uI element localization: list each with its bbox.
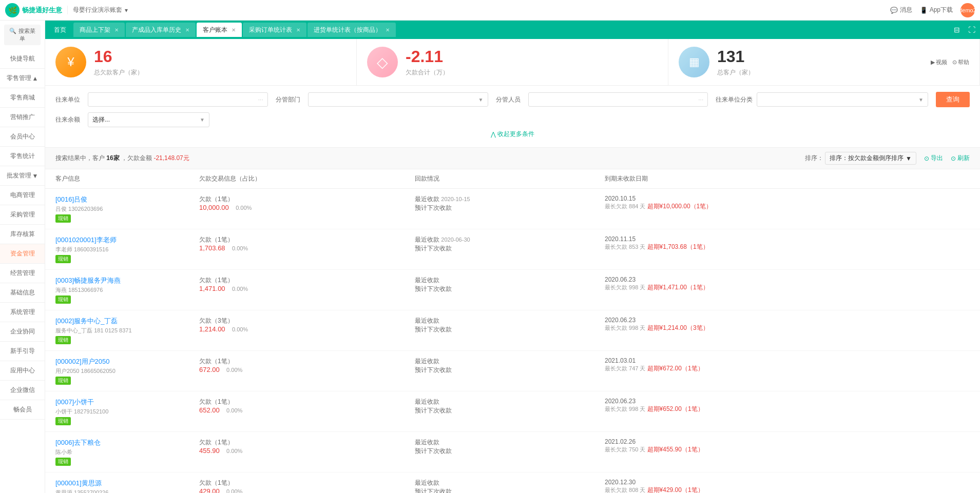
tab-close-icon[interactable]: ✕ xyxy=(386,27,390,33)
overdue-link-4[interactable]: 超期¥672.00（1笔） xyxy=(647,365,704,372)
category-arrow-icon: ▼ xyxy=(918,97,924,103)
collapse-button[interactable]: ⋀ 收起更多条件 xyxy=(491,127,534,141)
tab-product-listing[interactable]: 商品上下架 ✕ xyxy=(73,23,125,37)
last-collection-label-4: 最近收款 xyxy=(415,358,439,365)
sidebar-item-enterprise[interactable]: 企业协同 xyxy=(0,322,45,342)
tab-production-history[interactable]: 产成品入库单历史 ✕ xyxy=(126,23,196,37)
customer-name-3[interactable]: [0002]服务中心_丁磊 xyxy=(55,317,179,326)
sidebar-item-retail-mall[interactable]: 零售商城 xyxy=(0,88,45,108)
customer-name-1[interactable]: [0001020001]李老师 xyxy=(55,235,179,245)
department-arrow-icon: ▼ xyxy=(478,97,484,103)
overdue-link-0[interactable]: 超期¥10,000.00（1笔） xyxy=(647,203,713,210)
counterparty-input[interactable]: ··· xyxy=(88,92,268,107)
overdue-days-4: 最长欠款 747 天 xyxy=(605,365,647,371)
customer-name-0[interactable]: [0016]吕俊 xyxy=(55,195,179,204)
video-link[interactable]: ▶ 视频 xyxy=(931,58,947,66)
overdue-info-2: 最长欠款 998 天 超期¥1,471.00（1笔） xyxy=(605,283,970,292)
sidebar-item-wholesale[interactable]: 批发管理▼ xyxy=(0,166,45,186)
customer-name-7[interactable]: [000001]黄思源 xyxy=(55,479,179,488)
tab-expand-button[interactable]: ⛶ xyxy=(966,26,977,34)
overdue-link-5[interactable]: 超期¥652.00（1笔） xyxy=(647,405,704,412)
sort-select[interactable]: 排序：按欠款金额倒序排序 ▼ xyxy=(825,152,916,165)
person-input[interactable]: ··· xyxy=(528,92,708,107)
sidebar-item-member-plus[interactable]: 畅会员 xyxy=(0,400,45,420)
total-customers-icon: ▦ xyxy=(679,47,709,77)
export-button[interactable]: ⊙ 导出 xyxy=(924,154,943,163)
refresh-button[interactable]: ⊙ 刷新 xyxy=(951,154,970,163)
search-button[interactable]: 查询 xyxy=(936,92,970,107)
next-collection-6: 预计下次收款 xyxy=(415,447,584,456)
stat-card-debtors: ¥ 16 总欠款客户（家） xyxy=(45,39,357,85)
avatar[interactable]: demo2 xyxy=(960,3,975,17)
overdue-link-7[interactable]: 超期¥429.00（1笔） xyxy=(647,486,704,493)
sidebar-item-ecommerce[interactable]: 电商管理 xyxy=(0,186,45,205)
customer-name-4[interactable]: [000002]用户2050 xyxy=(55,357,179,366)
filter-person: 分管人员 ··· xyxy=(496,92,708,107)
tab-home[interactable]: 首页 xyxy=(48,23,72,37)
tab-close-icon[interactable]: ✕ xyxy=(114,27,119,33)
sidebar-item-purchase[interactable]: 采购管理 xyxy=(0,205,45,225)
tab-close-icon[interactable]: ✕ xyxy=(185,27,189,33)
debt-amount-row-6: 455.90 0.00% xyxy=(199,447,394,455)
app-download-button[interactable]: 📱 App下载 xyxy=(920,6,953,14)
customer-phone-4: 用户2050 18665062050 xyxy=(55,367,179,375)
top-bar-right: 💬 消息 📱 App下载 demo2 xyxy=(890,3,975,17)
sidebar-item-newbie[interactable]: 新手引导 xyxy=(0,342,45,361)
message-button[interactable]: 💬 消息 xyxy=(890,6,912,14)
customer-cell-3: [0002]服务中心_丁磊 服务中心_丁磊 181 0125 8371 现销 xyxy=(45,310,189,351)
overdue-link-6[interactable]: 超期¥455.90（1笔） xyxy=(647,446,704,453)
message-label: 消息 xyxy=(900,6,912,14)
sidebar-item-member[interactable]: 会员中心 xyxy=(0,127,45,147)
sidebar-item-system[interactable]: 系统管理 xyxy=(0,303,45,322)
tab-purchase-stats[interactable]: 采购订单统计表 ✕ xyxy=(243,23,306,37)
collection-info-0: 最近收款 2020-10-15 xyxy=(415,195,584,204)
sidebar-item-finance[interactable]: 资金管理 xyxy=(0,244,45,264)
last-collection-label-0: 最近收款 xyxy=(415,195,439,203)
sidebar-item-quick-nav[interactable]: 快捷导航 xyxy=(0,49,45,69)
sidebar-item-inventory[interactable]: 库存核算 xyxy=(0,225,45,244)
debt-amount-6: 455.90 xyxy=(199,447,220,455)
tab-purchase-product-stats[interactable]: 进货单统计表（按商品） ✕ xyxy=(308,23,396,37)
sidebar-item-marketing[interactable]: 营销推广 xyxy=(0,108,45,127)
help-icon: ⊙ xyxy=(952,59,957,66)
balance-arrow-icon: ▼ xyxy=(200,117,205,123)
store-selector[interactable]: 母婴行业演示账套 ▾ xyxy=(67,6,128,14)
sidebar-item-basic-info[interactable]: 基础信息 xyxy=(0,283,45,303)
debt-percent-3: 0.00% xyxy=(232,326,248,332)
tab-bar: 首页 商品上下架 ✕ 产成品入库单历史 ✕ 客户账本 ✕ 采购订单统计表 ✕ xyxy=(45,21,980,39)
sidebar-item-operations[interactable]: 经营管理 xyxy=(0,264,45,283)
overdue-link-1[interactable]: 超期¥1,703.68（1笔） xyxy=(647,243,709,250)
customer-name-6[interactable]: [0006]去下粮仓 xyxy=(55,438,179,447)
overdue-days-7: 最长欠款 808 天 xyxy=(605,487,647,493)
overdue-link-3[interactable]: 超期¥1,214.00（3笔） xyxy=(647,324,709,331)
customer-phone-3: 服务中心_丁磊 181 0125 8371 xyxy=(55,327,179,334)
tab-close-icon[interactable]: ✕ xyxy=(232,27,236,33)
customer-name-5[interactable]: [0007]小饼干 xyxy=(55,398,179,407)
debt-cell-1: 欠款（1笔） 1,703.68 0.00% xyxy=(189,229,405,270)
overdue-days-5: 最长欠款 998 天 xyxy=(605,406,647,412)
video-icon: ▶ xyxy=(931,59,935,66)
customer-cell-7: [000001]黄思源 黄思源 13552700226 现销 xyxy=(45,472,189,494)
search-menu-button[interactable]: 🔍 搜索菜单 xyxy=(4,25,41,45)
balance-select[interactable]: 选择... ▼ xyxy=(88,112,209,127)
tab-customer-account[interactable]: 客户账本 ✕ xyxy=(197,23,242,37)
tab-close-icon[interactable]: ✕ xyxy=(296,27,300,33)
sidebar-item-retail-stats[interactable]: 零售统计 xyxy=(0,147,45,166)
debt-amount-5: 652.00 xyxy=(199,406,220,414)
sidebar-item-enterprise-wechat[interactable]: 企业微信 xyxy=(0,381,45,400)
overdue-link-2[interactable]: 超期¥1,471.00（1笔） xyxy=(647,284,709,291)
department-select[interactable]: ▼ xyxy=(308,92,488,107)
sidebar-item-app-center[interactable]: 应用中心 xyxy=(0,361,45,381)
tab-minimize-button[interactable]: ⊟ xyxy=(952,26,962,34)
help-link[interactable]: ⊙ 帮助 xyxy=(952,58,969,66)
next-collection-label-4: 预计下次收款 xyxy=(415,366,452,373)
due-date-cell-2: 2020.06.23 最长欠款 998 天 超期¥1,471.00（1笔） xyxy=(594,270,980,310)
sidebar-search[interactable]: 🔍 搜索菜单 xyxy=(0,21,45,49)
logo-text: 畅捷通好生意 xyxy=(22,6,62,15)
debt-cell-7: 欠款（1笔） 429.00 0.00% xyxy=(189,472,405,494)
last-collection-date-1: 2020-06-30 xyxy=(441,236,470,243)
next-collection-5: 预计下次收款 xyxy=(415,406,584,415)
sidebar-item-retail-mgmt[interactable]: 零售管理▲ xyxy=(0,69,45,88)
customer-name-2[interactable]: [0003]畅捷服务尹海燕 xyxy=(55,276,179,285)
category-select[interactable]: ▼ xyxy=(757,92,928,107)
